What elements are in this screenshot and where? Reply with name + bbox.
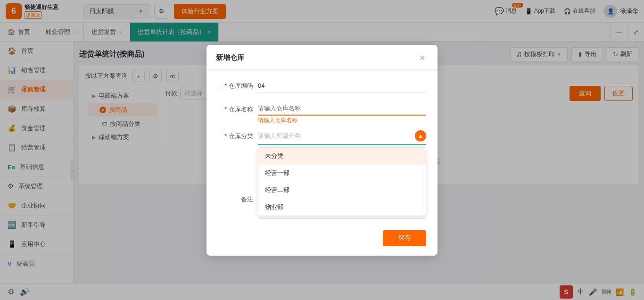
- dropdown-item-property[interactable]: 物业部: [258, 199, 426, 216]
- dropdown-item-ops1[interactable]: 经营一部: [258, 165, 426, 182]
- form-row-code: * 仓库编码 04: [218, 79, 426, 92]
- name-input[interactable]: [258, 102, 426, 116]
- save-button[interactable]: 保存: [383, 230, 426, 246]
- note-label: 备注: [218, 192, 258, 204]
- modal-overlay: 新增仓库 × * 仓库编码 04 * 仓库名称: [0, 0, 644, 300]
- modal-footer: 保存: [206, 226, 438, 256]
- modal-close-btn[interactable]: ×: [417, 52, 428, 64]
- close-icon: ×: [420, 54, 425, 62]
- name-label: * 仓库名称: [218, 102, 258, 114]
- category-dropdown: 未分类 经营一部 经营二部 物业部: [258, 147, 426, 216]
- modal-title: 新增仓库: [216, 53, 244, 62]
- code-value: 04: [258, 82, 264, 89]
- form-row-name: * 仓库名称 请输入仓库名称: [218, 102, 426, 125]
- category-placeholder: 请输入所属分类: [258, 132, 301, 140]
- name-error-msg: 请输入仓库名称: [258, 117, 426, 125]
- modal-header: 新增仓库 ×: [206, 45, 438, 70]
- code-label: * 仓库编码: [218, 82, 258, 90]
- category-select-row[interactable]: 请输入所属分类 ▲: [258, 127, 426, 145]
- category-label: * 仓库分类: [218, 132, 258, 141]
- modal: 新增仓库 × * 仓库编码 04 * 仓库名称: [206, 45, 438, 256]
- dropdown-item-uncategorized[interactable]: 未分类: [258, 148, 426, 165]
- category-arrow-btn[interactable]: ▲: [415, 130, 426, 142]
- dropdown-item-ops2[interactable]: 经营二部: [258, 182, 426, 199]
- form-row-category: * 仓库分类 请输入所属分类 ▲ 未分类 经营一部 经营二部 物业部: [218, 127, 426, 145]
- modal-body: * 仓库编码 04 * 仓库名称 请输入仓库名称 * 仓库分类: [206, 70, 438, 219]
